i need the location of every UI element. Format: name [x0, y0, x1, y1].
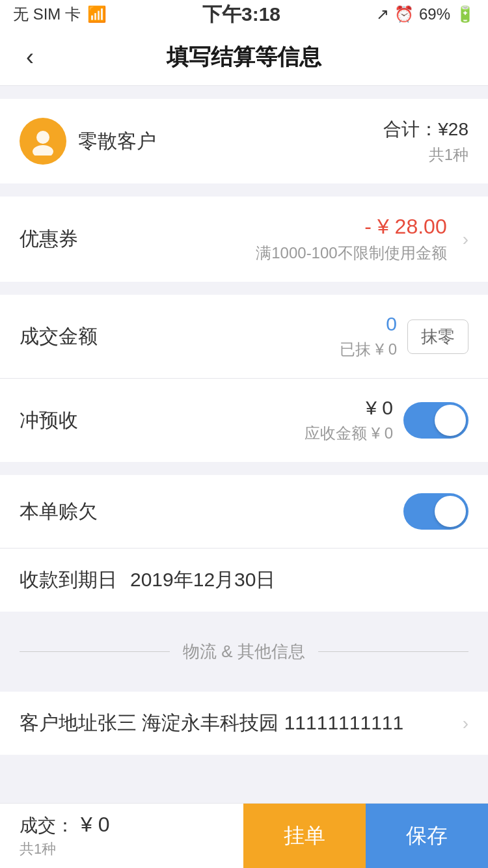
bottom-bar: 成交： ¥ 0 共1种 挂单 保存	[0, 803, 488, 868]
svg-point-1	[33, 145, 53, 156]
prepayment-value-stack: ¥ 0 应收金额 ¥ 0	[305, 397, 393, 444]
battery-icon: 🔋	[455, 5, 475, 23]
nav-bar: ‹ 填写结算等信息	[0, 29, 488, 86]
bottom-summary-count: 共1种	[20, 839, 224, 859]
customer-name: 零散客户	[78, 128, 156, 155]
coupon-section: 优惠券 - ¥ 28.00 满1000-100不限制使用金额 ›	[0, 197, 488, 282]
status-right: ↗ ⏰ 69% 🔋	[376, 5, 475, 23]
alarm-icon: ⏰	[394, 5, 414, 23]
status-left: 无 SIM 卡 📶	[13, 4, 107, 25]
customer-avatar	[20, 118, 66, 165]
coupon-discount: - ¥ 28.00	[256, 215, 446, 239]
prepayment-sub: 应收金额 ¥ 0	[305, 423, 393, 444]
no-sim-label: 无 SIM 卡	[13, 4, 81, 25]
transaction-sub: 已抹 ¥ 0	[340, 339, 397, 360]
prepayment-row: 冲预收 ¥ 0 应收金额 ¥ 0	[0, 379, 488, 462]
transaction-row: 成交金额 0 已抹 ¥ 0 抹零	[0, 295, 488, 379]
due-date-row: 收款到期日 2019年12月30日	[0, 549, 488, 612]
credit-row: 本单赊欠	[0, 475, 488, 549]
transaction-label: 成交金额	[20, 323, 98, 350]
divider-5	[0, 679, 488, 692]
round-zero-button[interactable]: 抹零	[407, 319, 468, 354]
due-date-value: 2019年12月30日	[130, 567, 275, 593]
transaction-section: 成交金额 0 已抹 ¥ 0 抹零 冲预收 ¥ 0 应收金额 ¥ 0	[0, 295, 488, 462]
customer-total-section: 合计：¥28 共1种	[383, 117, 468, 165]
customer-row: 零散客户 合计：¥28 共1种	[0, 99, 488, 183]
transaction-value: 0	[340, 313, 397, 335]
transaction-right: 0 已抹 ¥ 0 抹零	[340, 313, 468, 360]
transaction-value-stack: 0 已抹 ¥ 0	[340, 313, 397, 360]
customer-info-left: 零散客户	[20, 118, 156, 165]
coupon-right: - ¥ 28.00 满1000-100不限制使用金额 ›	[256, 215, 468, 264]
customer-total: 合计：¥28	[383, 117, 468, 142]
back-button[interactable]: ‹	[20, 37, 40, 77]
divider-4	[0, 612, 488, 625]
prepayment-label: 冲预收	[20, 407, 78, 434]
address-row[interactable]: 客户地址 张三 海淀永丰科技园 11111111111 ›	[0, 692, 488, 755]
coupon-row[interactable]: 优惠券 - ¥ 28.00 满1000-100不限制使用金额 ›	[0, 197, 488, 282]
customer-count: 共1种	[383, 144, 468, 165]
logistics-line-left	[20, 651, 170, 652]
location-icon: ↗	[376, 5, 389, 23]
page-title: 填写结算等信息	[167, 42, 321, 72]
bottom-summary-main: 成交： ¥ 0	[20, 813, 224, 838]
hang-button[interactable]: 挂单	[243, 804, 366, 869]
credit-right	[403, 493, 468, 530]
divider-2	[0, 282, 488, 295]
credit-label: 本单赊欠	[20, 498, 98, 525]
status-time: 下午3:18	[202, 1, 280, 28]
due-date-label: 收款到期日	[20, 567, 117, 593]
coupon-sub: 满1000-100不限制使用金额	[256, 243, 446, 264]
bottom-summary-value: ¥ 0	[81, 813, 109, 837]
coupon-label: 优惠券	[20, 226, 78, 252]
credit-section: 本单赊欠 收款到期日 2019年12月30日	[0, 475, 488, 612]
prepayment-toggle[interactable]	[403, 402, 468, 439]
divider-3	[0, 462, 488, 475]
credit-toggle[interactable]	[403, 493, 468, 530]
save-button[interactable]: 保存	[366, 804, 488, 869]
status-bar: 无 SIM 卡 📶 下午3:18 ↗ ⏰ 69% 🔋	[0, 0, 488, 29]
logistics-line-right	[318, 651, 468, 652]
address-label: 客户地址	[20, 710, 98, 737]
address-chevron: ›	[463, 713, 468, 734]
battery-level: 69%	[419, 5, 450, 23]
prepayment-value: ¥ 0	[305, 397, 393, 419]
logistics-header: 物流 & 其他信息	[0, 625, 488, 679]
logistics-label: 物流 & 其他信息	[183, 640, 305, 663]
divider-1	[0, 183, 488, 197]
wifi-icon: 📶	[87, 5, 107, 23]
address-value: 张三 海淀永丰科技园 11111111111	[98, 710, 457, 737]
bottom-summary: 成交： ¥ 0 共1种	[0, 813, 243, 859]
prepayment-right: ¥ 0 应收金额 ¥ 0	[305, 397, 468, 444]
svg-point-0	[36, 131, 49, 144]
bottom-summary-label: 成交：	[20, 813, 74, 838]
coupon-chevron: ›	[463, 229, 468, 250]
coupon-value-stack: - ¥ 28.00 满1000-100不限制使用金额	[256, 215, 446, 264]
